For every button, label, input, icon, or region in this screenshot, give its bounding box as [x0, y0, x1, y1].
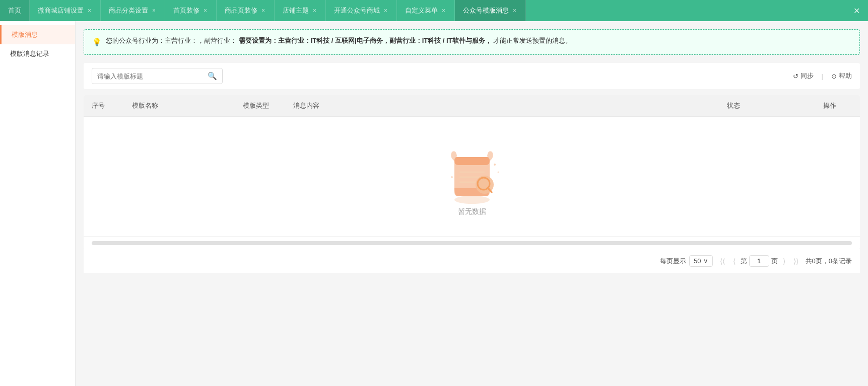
page-label-suf: 页: [771, 257, 778, 266]
help-button[interactable]: ⊙ 帮助: [831, 71, 852, 81]
notice-box: 💡 您的公众号行业为：主营行业：，副营行业： 需要设置为：主营行业：IT科技 /…: [84, 29, 860, 55]
col-action: 操作: [799, 95, 860, 116]
svg-point-9: [451, 176, 453, 178]
tab-close-category[interactable]: ×: [151, 6, 157, 15]
pagination: 每页显示 50 ∨ ⟨⟨ ⟨ 第 页 ⟩ ⟩⟩ 共0页，0条记录: [84, 249, 860, 273]
svg-point-0: [454, 196, 490, 204]
tab-product-decor[interactable]: 商品页装修×: [217, 0, 275, 21]
search-button[interactable]: 🔍: [203, 68, 222, 84]
chevron-down-icon: ∨: [703, 257, 708, 265]
empty-text: 暂无数据: [458, 207, 486, 216]
table: 序号 模版名称 模版类型 消息内容 状态 操作: [84, 95, 860, 249]
svg-point-7: [494, 164, 496, 166]
toolbar-right: ↺ 同步 | ⊙ 帮助: [793, 71, 852, 81]
page-size-label: 每页显示: [660, 257, 686, 266]
page-size-value: 50: [694, 257, 701, 265]
tab-label-custom-menu: 自定义菜单: [405, 6, 438, 15]
page-label-pre: 第: [741, 257, 747, 266]
sidebar-item-template-record[interactable]: 模版消息记录: [0, 44, 75, 63]
notice-text: 您的公众号行业为：主营行业：，副营行业： 需要设置为：主营行业：IT科技 / 互…: [106, 36, 572, 46]
notice-icon: 💡: [92, 36, 102, 48]
help-icon: ⊙: [831, 72, 837, 80]
sidebar-item-template-message[interactable]: 模版消息: [0, 25, 75, 44]
tab-bar: 首页微商城店铺设置×商品分类设置×首页装修×商品页装修×店铺主题×开通公众号商城…: [0, 0, 868, 21]
page-size-select[interactable]: 50 ∨: [689, 255, 712, 267]
next-page-button[interactable]: ⟩: [780, 256, 788, 266]
tab-template-msg[interactable]: 公众号模版消息×: [455, 0, 526, 21]
page-total: 共0页，0条记录: [806, 257, 852, 266]
empty-illustration: [442, 147, 502, 207]
sync-icon: ↺: [793, 72, 798, 80]
col-status: 状态: [719, 95, 799, 116]
tab-open-mall[interactable]: 开通公众号商城×: [326, 0, 397, 21]
tab-label-product-decor: 商品页装修: [225, 6, 257, 15]
tab-close-product-decor[interactable]: ×: [260, 6, 266, 15]
tab-close-home-decor[interactable]: ×: [203, 6, 208, 15]
tab-store-theme[interactable]: 店铺主题×: [275, 0, 326, 21]
horizontal-scrollbar[interactable]: [92, 241, 852, 245]
page-size-wrap: 每页显示 50 ∨: [660, 255, 712, 267]
toolbar-divider: |: [822, 72, 823, 80]
tab-home-decor[interactable]: 首页装修×: [165, 0, 217, 21]
sidebar: 模版消息模版消息记录: [0, 21, 76, 386]
main-layout: 模版消息模版消息记录 💡 您的公众号行业为：主营行业：，副营行业： 需要设置为：…: [0, 21, 868, 386]
tab-custom-menu[interactable]: 自定义菜单×: [397, 0, 455, 21]
notice-highlight: 需要设置为：主营行业：IT科技 / 互联网|电子商务，副营行业：IT科技 / I…: [239, 37, 492, 44]
tab-label-home: 首页: [8, 6, 21, 15]
search-input[interactable]: [92, 69, 203, 83]
col-name: 模版名称: [124, 95, 235, 116]
col-content: 消息内容: [285, 95, 719, 116]
col-type: 模版类型: [235, 95, 285, 116]
tab-label-template-msg: 公众号模版消息: [463, 6, 509, 15]
content-area: 💡 您的公众号行业为：主营行业：，副营行业： 需要设置为：主营行业：IT科技 /…: [76, 21, 868, 386]
tab-close-custom-menu[interactable]: ×: [441, 6, 446, 15]
first-page-button[interactable]: ⟨⟨: [717, 256, 728, 266]
close-all-button[interactable]: ✕: [845, 0, 868, 21]
sync-button[interactable]: ↺ 同步: [793, 71, 814, 81]
tab-label-open-mall: 开通公众号商城: [334, 6, 380, 15]
tab-close-micro-shop[interactable]: ×: [87, 6, 92, 15]
page-nav: ⟨⟨ ⟨ 第 页 ⟩ ⟩⟩: [717, 255, 802, 267]
table-header: 序号 模版名称 模版类型 消息内容 状态 操作: [84, 95, 860, 117]
tab-label-store-theme: 店铺主题: [283, 6, 309, 15]
tab-category[interactable]: 商品分类设置×: [101, 0, 165, 21]
search-input-wrap: 🔍: [92, 68, 223, 84]
svg-point-8: [497, 172, 499, 173]
prev-page-button[interactable]: ⟨: [730, 256, 739, 266]
col-seq: 序号: [84, 95, 124, 116]
page-input[interactable]: [749, 255, 769, 267]
empty-state: 暂无数据: [84, 117, 860, 237]
tab-close-template-msg[interactable]: ×: [512, 6, 517, 15]
scrollbar-area: [84, 237, 860, 249]
tab-micro-shop[interactable]: 微商城店铺设置×: [30, 0, 101, 21]
search-bar: 🔍 ↺ 同步 | ⊙ 帮助: [84, 63, 860, 89]
tab-close-store-theme[interactable]: ×: [312, 6, 317, 15]
tab-close-open-mall[interactable]: ×: [383, 6, 388, 15]
tab-home[interactable]: 首页: [0, 0, 30, 21]
tab-label-category: 商品分类设置: [109, 6, 148, 15]
tab-label-home-decor: 首页装修: [173, 6, 199, 15]
tab-label-micro-shop: 微商城店铺设置: [38, 6, 84, 15]
last-page-button[interactable]: ⟩⟩: [790, 256, 802, 266]
